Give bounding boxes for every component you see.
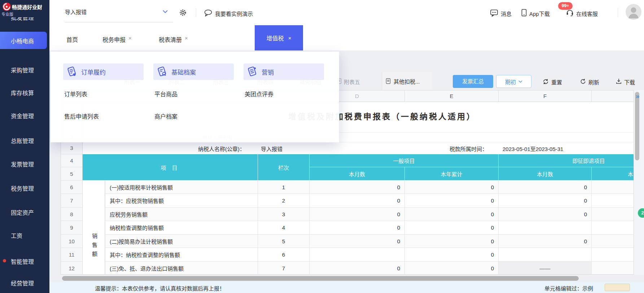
cell-general-ytd[interactable]: 0 bbox=[404, 235, 498, 248]
tab-vat-close-icon[interactable]: × bbox=[288, 35, 292, 41]
demo-link[interactable]: 我要看实例演示 bbox=[215, 10, 253, 17]
app-download-label[interactable]: App下载 bbox=[529, 10, 550, 17]
tab-tax-declare-close-icon[interactable]: × bbox=[128, 35, 132, 41]
sidebar: 批发管理 畅捷通好业财 专业版 小畅电商 采购管理 库存核算 资金管理 总账管理… bbox=[0, 0, 49, 293]
download-button[interactable]: 下载 bbox=[624, 78, 635, 86]
sheet-tab-other-deduction[interactable]: 其他扣税... bbox=[382, 72, 433, 90]
edited-cell-swatch bbox=[605, 284, 630, 291]
messages-label[interactable]: 消息 bbox=[501, 10, 512, 17]
reset-icon[interactable] bbox=[543, 79, 549, 85]
tab-vat-label: 增值税 bbox=[267, 34, 284, 42]
table-row: 其中：应税货物销售额 2 0 0 0 bbox=[105, 194, 634, 208]
table-row: (二)按简易办法计税销售额 5 0 0 0 bbox=[105, 235, 634, 248]
tab-tax-declare[interactable]: 税务申报 bbox=[102, 35, 126, 44]
cell-refund-month[interactable]: 0 bbox=[498, 235, 591, 248]
cell-general-month[interactable] bbox=[309, 248, 404, 261]
sheet-colhead-E[interactable]: E bbox=[404, 90, 498, 102]
cell-general-ytd[interactable]: 0 bbox=[404, 262, 498, 275]
row-number: 8 bbox=[61, 208, 83, 221]
mega-section-archives-title: 基础档案 bbox=[171, 67, 196, 76]
cell-refund-month[interactable]: 0 bbox=[498, 208, 591, 221]
mega-item-order-list[interactable]: 订单列表 bbox=[64, 89, 87, 98]
cell-refund-ytd[interactable] bbox=[591, 248, 634, 261]
cell-refund-month[interactable]: 0 bbox=[498, 194, 591, 207]
cell-general-ytd[interactable]: 0 bbox=[404, 181, 498, 194]
cell-general-month[interactable]: 0 bbox=[309, 221, 404, 234]
cell-refund-month[interactable] bbox=[498, 221, 591, 234]
tab-tax-register-close-icon[interactable]: × bbox=[185, 35, 188, 41]
vertical-scrollbar[interactable] bbox=[635, 92, 639, 160]
tab-home[interactable]: 首页 bbox=[66, 35, 78, 44]
cell-general-month[interactable]: 0 bbox=[309, 181, 404, 194]
expand-panels-icon[interactable]: » bbox=[636, 92, 640, 100]
mega-item-meituan-coupon[interactable]: 美团点评券 bbox=[245, 89, 273, 98]
sidebar-item-smart[interactable]: 智能管理 bbox=[11, 257, 34, 266]
tab-tax-register[interactable]: 税表清册 bbox=[159, 35, 182, 44]
cell-refund-ytd[interactable] bbox=[591, 208, 634, 221]
header-item-col: 项 目 bbox=[83, 154, 258, 181]
refresh-icon[interactable] bbox=[580, 79, 586, 84]
sidebar-item-operations[interactable]: 经营管理 bbox=[11, 279, 34, 287]
person-icon bbox=[626, 4, 641, 20]
reset-button[interactable]: 重置 bbox=[551, 78, 562, 86]
horizontal-scrollbar[interactable] bbox=[62, 276, 579, 281]
cell-refund-month[interactable]: 0 bbox=[498, 181, 591, 194]
sheet-colhead-G[interactable] bbox=[591, 90, 634, 102]
row-number: 10 bbox=[61, 235, 83, 248]
gear-icon[interactable] bbox=[179, 9, 187, 17]
cell-general-month[interactable]: 0 bbox=[309, 208, 404, 221]
cell-general-ytd[interactable]: 0 bbox=[404, 221, 498, 234]
row-number: 6 bbox=[61, 181, 83, 194]
sheet-tab-appendix5[interactable]: 附表五 bbox=[344, 78, 360, 85]
messages-icon[interactable] bbox=[490, 9, 498, 17]
app-window: 导入报错 我要看实例演示 消息 99+ App下载 在线客服 首页 税务申报 ×… bbox=[0, 0, 644, 293]
sidebar-item-ledger[interactable]: 总账管理 bbox=[11, 136, 34, 145]
demo-bubble-icon[interactable] bbox=[204, 9, 213, 17]
sidebar-item-invoice[interactable]: 发票管理 bbox=[11, 160, 34, 168]
tab-vat-active[interactable]: 增值税 × bbox=[255, 25, 303, 50]
sidebar-item-inventory[interactable]: 库存核算 bbox=[11, 88, 34, 97]
cell-general-ytd[interactable]: 0 bbox=[404, 194, 498, 207]
sidebar-item-tax[interactable]: 税务管理 bbox=[11, 184, 34, 192]
support-headset-icon[interactable] bbox=[566, 9, 574, 17]
mega-section-order[interactable]: 订单履约 bbox=[63, 63, 144, 80]
sidebar-item-ecommerce[interactable]: 小畅电商 bbox=[0, 32, 47, 49]
opening-balance-button[interactable]: 期初 bbox=[496, 75, 531, 88]
refresh-button[interactable]: 刷新 bbox=[588, 78, 599, 86]
mega-section-marketing[interactable]: 营销 bbox=[244, 63, 324, 80]
invoice-summary-button[interactable]: 发票汇总 bbox=[453, 75, 493, 88]
mega-item-platform-goods[interactable]: 平台商品 bbox=[154, 89, 178, 98]
mega-item-aftersale-list[interactable]: 售后申请列表 bbox=[64, 112, 99, 120]
workspace-select[interactable]: 导入报错 bbox=[65, 8, 87, 15]
cell-general-month[interactable]: 0 bbox=[309, 194, 404, 207]
sidebar-item-funds[interactable]: 资金管理 bbox=[11, 111, 34, 120]
sheet-colhead-F[interactable]: F bbox=[498, 90, 591, 102]
mega-item-merchant-archive[interactable]: 商户档案 bbox=[154, 112, 178, 120]
download-icon[interactable] bbox=[616, 78, 622, 84]
cell-general-ytd[interactable]: 0 bbox=[404, 208, 498, 221]
archive-doc-icon bbox=[156, 66, 168, 77]
cell-refund-ytd[interactable] bbox=[591, 262, 634, 275]
cell-refund-ytd[interactable] bbox=[591, 235, 634, 248]
sidebar-item-purchase[interactable]: 采购管理 bbox=[11, 66, 34, 74]
cell-refund-ytd[interactable] bbox=[591, 181, 634, 194]
row-number: 7 bbox=[61, 194, 83, 208]
chevron-down-icon[interactable] bbox=[163, 10, 168, 13]
order-doc-icon bbox=[66, 66, 78, 77]
cell-item: (一)按适用税率计税销售额 bbox=[105, 181, 258, 194]
sidebar-item-fixed-assets[interactable]: 固定资产 bbox=[11, 208, 34, 217]
cell-general-month[interactable]: 0 bbox=[309, 262, 404, 275]
cell-general-ytd[interactable]: 0 bbox=[404, 248, 498, 261]
mega-section-archives[interactable]: 基础档案 bbox=[153, 63, 234, 80]
cell-refund-ytd[interactable] bbox=[591, 194, 634, 207]
cell-refund-ytd[interactable] bbox=[591, 221, 634, 234]
header-general-group: 一般项目 bbox=[309, 154, 498, 167]
avatar[interactable] bbox=[626, 4, 641, 20]
sidebar-item-payroll[interactable]: 工资 bbox=[11, 231, 22, 240]
cell-refund-month[interactable] bbox=[498, 248, 591, 261]
support-label[interactable]: 在线客服 bbox=[576, 10, 598, 17]
table-row: 纳税检查调整的销售额 4 0 0 bbox=[105, 221, 634, 235]
app-download-icon[interactable] bbox=[521, 9, 527, 17]
cell-general-month[interactable]: 0 bbox=[309, 235, 404, 248]
header-refund-ytd: 本年累计 bbox=[591, 167, 634, 181]
